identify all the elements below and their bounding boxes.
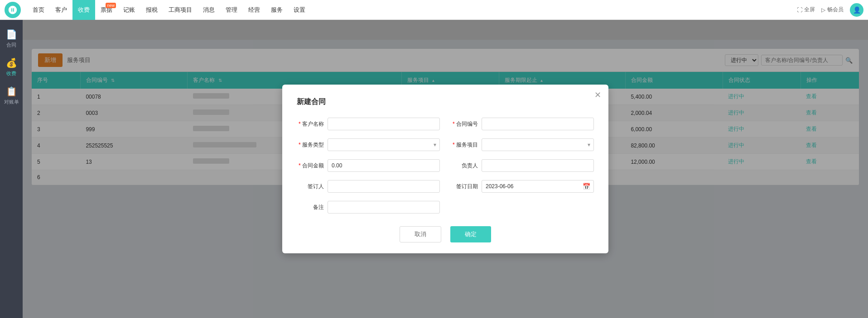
- form-row-4: 签订人 签订日期 📅: [297, 180, 594, 193]
- member-button[interactable]: ▷ 畅会员: [821, 6, 844, 14]
- service-type-label: 服务类型: [297, 141, 324, 149]
- field-remark: 备注: [297, 201, 440, 214]
- remark-label: 备注: [297, 204, 324, 211]
- field-sign-date: 签订日期 📅: [451, 180, 594, 193]
- customer-name-label: 客户名称: [297, 120, 324, 128]
- modal-overlay: 新建合同 ✕ 客户名称 合同编号 服务类型: [23, 20, 868, 318]
- nav-fee[interactable]: 收费: [72, 0, 95, 20]
- service-item-select-wrap: [482, 138, 594, 151]
- form-row-3: 合同金额 负责人: [297, 159, 594, 172]
- new-contract-modal: 新建合同 ✕ 客户名称 合同编号 服务类型: [282, 85, 608, 253]
- nav-service[interactable]: 服务: [265, 0, 288, 20]
- form-row-5: 备注: [297, 201, 594, 214]
- sidebar-item-contract[interactable]: 📄 合同: [0, 24, 23, 53]
- nav-settings[interactable]: 设置: [288, 0, 311, 20]
- field-responsible: 负责人: [451, 159, 594, 172]
- contract-no-label: 合同编号: [451, 120, 478, 128]
- nav-manage[interactable]: 管理: [220, 0, 243, 20]
- cancel-button[interactable]: 取消: [400, 226, 441, 242]
- contract-amount-label: 合同金额: [297, 162, 324, 170]
- responsible-input[interactable]: [482, 159, 594, 172]
- close-icon[interactable]: ✕: [594, 91, 601, 99]
- fullscreen-button[interactable]: ⛶ 全屏: [797, 6, 815, 14]
- signer-label: 签订人: [297, 183, 324, 190]
- sign-date-input[interactable]: [482, 180, 594, 193]
- service-type-select-wrap: [328, 138, 440, 151]
- form-row-2: 服务类型 服务项目: [297, 138, 594, 151]
- nav-operation[interactable]: 经营: [243, 0, 265, 20]
- fullscreen-icon: ⛶: [797, 7, 802, 13]
- contract-amount-input[interactable]: [328, 159, 440, 172]
- field-customer-name: 客户名称: [297, 118, 440, 130]
- field-service-item: 服务项目: [451, 138, 594, 151]
- service-item-label: 服务项目: [451, 141, 478, 149]
- modal-title: 新建合同: [297, 97, 594, 107]
- field-signer: 签订人: [297, 180, 440, 193]
- contract-no-input[interactable]: [482, 118, 594, 130]
- nav-message[interactable]: 消息: [198, 0, 220, 20]
- nav-invoice[interactable]: 票据 new: [95, 0, 118, 20]
- nav-tax[interactable]: 报税: [140, 0, 163, 20]
- nav-customer[interactable]: 客户: [50, 0, 72, 20]
- nav-right: ⛶ 全屏 ▷ 畅会员 👤: [797, 3, 863, 17]
- form-row-1: 客户名称 合同编号: [297, 118, 594, 130]
- play-icon: ▷: [821, 7, 825, 13]
- nav-home[interactable]: 首页: [27, 0, 50, 20]
- avatar[interactable]: 👤: [850, 3, 863, 17]
- contract-icon: 📄: [6, 29, 17, 40]
- signer-input[interactable]: [328, 180, 440, 193]
- customer-name-input[interactable]: [328, 118, 440, 130]
- logo: [5, 2, 21, 18]
- responsible-label: 负责人: [451, 162, 478, 170]
- sidebar: 📄 合同 💰 收费 📋 对账单: [0, 20, 23, 318]
- modal-footer: 取消 确定: [297, 226, 594, 242]
- calendar-icon[interactable]: 📅: [583, 183, 590, 190]
- field-contract-amount: 合同金额: [297, 159, 440, 172]
- sign-date-label: 签订日期: [451, 183, 478, 190]
- nav-bookkeeping[interactable]: 记账: [118, 0, 140, 20]
- top-nav: 首页 客户 收费 票据 new 记账 报税 工商项目 消息 管理 经营 服务 设…: [0, 0, 868, 20]
- new-badge: new: [106, 3, 116, 8]
- fee-icon: 💰: [6, 57, 17, 68]
- sidebar-item-fee[interactable]: 💰 收费: [0, 53, 23, 81]
- nav-business[interactable]: 工商项目: [163, 0, 198, 20]
- remark-input[interactable]: [328, 201, 440, 214]
- service-type-select[interactable]: [328, 138, 440, 151]
- sign-date-wrap: 📅: [482, 180, 594, 193]
- confirm-button[interactable]: 确定: [450, 226, 491, 242]
- statement-icon: 📋: [6, 86, 17, 97]
- field-service-type: 服务类型: [297, 138, 440, 151]
- sidebar-item-statement[interactable]: 📋 对账单: [0, 81, 23, 110]
- field-contract-no: 合同编号: [451, 118, 594, 130]
- service-item-select[interactable]: [482, 138, 594, 151]
